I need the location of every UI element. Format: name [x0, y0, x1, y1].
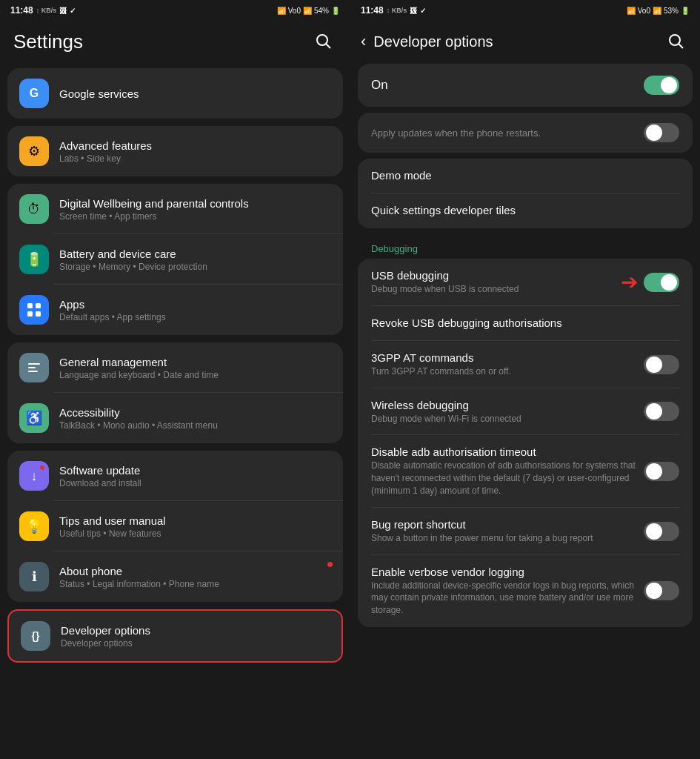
usb-debugging-thumb [661, 274, 677, 291]
left-header: Settings [0, 21, 350, 64]
advanced-features-title: Advanced features [59, 139, 331, 152]
google-services-item[interactable]: G Google services [7, 68, 343, 119]
battery-care-subtitle: Storage • Memory • Device protection [59, 262, 331, 272]
apps-subtitle: Default apps • App settings [59, 312, 331, 322]
red-arrow-icon: ➔ [621, 270, 638, 294]
3gpp-at-toggle[interactable] [644, 355, 679, 374]
developer-options-subtitle: Developer options [61, 638, 330, 649]
tips-subtitle: Useful tips • New features [59, 528, 331, 539]
about-phone-icon: ℹ [19, 562, 49, 591]
revoke-usb-text: Revoke USB debugging authorisations [371, 316, 679, 331]
bug-report-thumb [646, 523, 662, 540]
right-status-bar: 11:48 ↕ KB/s 🖼 ✓ 📶 Vo0 📶 53% 🔋 [350, 0, 700, 21]
digital-wellbeing-title: Digital Wellbeing and parental controls [59, 197, 331, 210]
apps-item[interactable]: Apps Default apps • App settings [7, 285, 343, 335]
left-panel-title: Settings [13, 30, 83, 53]
disable-adb-text: Disable adb authorisation timeout Disabl… [371, 445, 636, 497]
wireless-debugging-toggle[interactable] [644, 402, 679, 421]
digital-wellbeing-item[interactable]: ⏱ Digital Wellbeing and parental control… [7, 184, 343, 234]
right-scroll-area: On Apply updates when the phone restarts… [350, 64, 700, 759]
tips-icon: 💡 [19, 511, 49, 541]
verbose-logging-toggle[interactable] [644, 581, 679, 600]
general-section: Demo mode Quick settings developer tiles [358, 159, 693, 228]
on-toggle[interactable] [644, 76, 679, 95]
3gpp-at-item[interactable]: 3GPP AT commands Turn 3GPP AT commands o… [358, 341, 693, 388]
bug-report-text: Bug report shortcut Show a button in the… [371, 518, 636, 545]
svg-line-1 [326, 44, 330, 48]
usb-debugging-text: USB debugging Debug mode when USB is con… [371, 269, 621, 296]
bug-report-item[interactable]: Bug report shortcut Show a button in the… [358, 508, 693, 555]
bug-report-toggle[interactable] [644, 522, 679, 541]
svg-rect-3 [36, 303, 41, 308]
battery-care-icon: 🔋 [19, 245, 49, 274]
digital-wellbeing-subtitle: Screen time • App timers [59, 211, 331, 222]
debugging-section-wrapper: Debugging USB debugging Debug mode when … [358, 234, 693, 627]
software-update-icon: ↓ [19, 461, 49, 491]
advanced-features-group: ⚙ Advanced features Labs • Side key [7, 126, 343, 176]
software-update-text: Software update Download and install [59, 464, 331, 488]
disable-adb-item[interactable]: Disable adb authorisation timeout Disabl… [358, 435, 693, 507]
right-header: ‹ Developer options [350, 21, 700, 64]
quick-settings-item[interactable]: Quick settings developer tiles [358, 193, 693, 228]
tips-item[interactable]: 💡 Tips and user manual Useful tips • New… [7, 501, 343, 551]
wireless-debugging-item[interactable]: Wireless debugging Debug mode when Wi-Fi… [358, 388, 693, 436]
demo-mode-text: Demo mode [371, 169, 679, 183]
google-services-label: Google services [59, 87, 139, 100]
tips-title: Tips and user manual [59, 514, 331, 527]
back-button[interactable]: ‹ [361, 32, 366, 51]
developer-options-item[interactable]: {} Developer options Developer options [7, 609, 343, 663]
bug-report-subtitle: Show a button in the power menu for taki… [371, 532, 636, 545]
accessibility-item[interactable]: ♿ Accessibility TalkBack • Mono audio • … [7, 393, 343, 443]
usb-debugging-toggle[interactable] [644, 273, 679, 292]
left-panel: 11:48 ↕ KB/s 🖼 ✓ 📶 Vo0 📶 54% 🔋 Settings … [0, 0, 350, 759]
general-management-item[interactable]: General management Language and keyboard… [7, 342, 343, 393]
accessibility-title: Accessibility [59, 406, 331, 419]
about-phone-item[interactable]: ℹ About phone Status • Legal information… [7, 551, 343, 602]
wireless-debugging-title: Wireless debugging [371, 399, 636, 411]
google-services-icon: G [19, 79, 49, 108]
svg-point-0 [317, 35, 327, 45]
right-search-button[interactable] [663, 28, 690, 55]
quick-settings-text: Quick settings developer tiles [371, 204, 679, 218]
advanced-features-item[interactable]: ⚙ Advanced features Labs • Side key [7, 126, 343, 176]
tips-text: Tips and user manual Useful tips • New f… [59, 514, 331, 539]
demo-mode-item[interactable]: Demo mode [358, 159, 693, 193]
svg-line-10 [679, 44, 683, 48]
general-management-text: General management Language and keyboard… [59, 356, 331, 380]
battery-care-item[interactable]: 🔋 Battery and device care Storage • Memo… [7, 234, 343, 285]
software-update-item[interactable]: ↓ Software update Download and install [7, 451, 343, 501]
left-search-button[interactable] [310, 28, 337, 55]
advanced-features-subtitle: Labs • Side key [59, 153, 331, 164]
left-status-bar: 11:48 ↕ KB/s 🖼 ✓ 📶 Vo0 📶 54% 🔋 [0, 0, 350, 21]
bug-report-title: Bug report shortcut [371, 518, 636, 531]
right-status-icons: 📶 Vo0 📶 53% 🔋 [627, 7, 690, 15]
usb-debugging-title: USB debugging [371, 269, 621, 282]
usb-debugging-item[interactable]: USB debugging Debug mode when USB is con… [358, 259, 693, 306]
svg-rect-6 [28, 363, 40, 365]
debugging-section-label: Debugging [358, 234, 693, 259]
apply-updates-toggle[interactable] [644, 123, 679, 142]
3gpp-at-title: 3GPP AT commands [371, 351, 636, 364]
developer-options-text: Developer options Developer options [61, 624, 330, 649]
disable-adb-toggle[interactable] [644, 462, 679, 481]
search-icon [316, 33, 332, 50]
accessibility-icon: ♿ [19, 403, 49, 433]
accessibility-text: Accessibility TalkBack • Mono audio • As… [59, 406, 331, 431]
battery-care-text: Battery and device care Storage • Memory… [59, 248, 331, 272]
about-phone-title: About phone [59, 565, 331, 577]
left-scroll-area: G Google services ⚙ Advanced features La… [0, 64, 350, 759]
right-panel-title: Developer options [373, 33, 663, 50]
verbose-logging-item[interactable]: Enable verbose vendor logging Include ad… [358, 555, 693, 627]
3gpp-at-thumb [646, 357, 662, 373]
svg-rect-4 [27, 311, 33, 316]
right-time: 11:48 ↕ KB/s 🖼 ✓ [361, 5, 426, 16]
disable-adb-thumb [646, 463, 662, 480]
svg-point-9 [670, 35, 680, 45]
management-group: General management Language and keyboard… [7, 342, 343, 443]
left-time: 11:48 ↕ KB/s 🖼 ✓ [10, 5, 76, 16]
on-toggle-row: On [358, 64, 693, 107]
3gpp-at-text: 3GPP AT commands Turn 3GPP AT commands o… [371, 351, 636, 378]
apply-updates-row: Apply updates when the phone restarts. [358, 113, 693, 153]
svg-rect-8 [28, 371, 38, 372]
revoke-usb-item[interactable]: Revoke USB debugging authorisations [358, 306, 693, 341]
